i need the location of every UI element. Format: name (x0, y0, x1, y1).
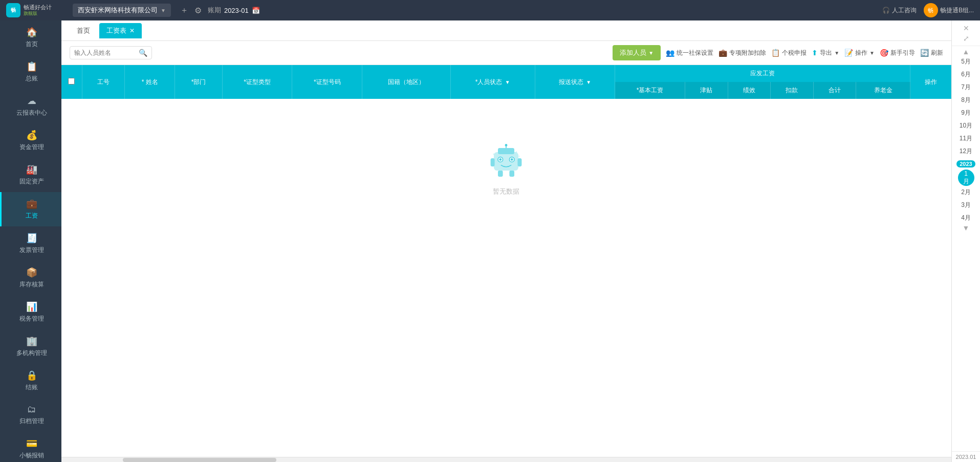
close-period-icon: 🔒 (26, 370, 37, 381)
sidebar-item-invoice[interactable]: 🧾 发票管理 (0, 226, 61, 261)
user-area[interactable]: 畅 畅捷通B组... (924, 3, 974, 17)
period-display: 2023.01 (952, 451, 980, 462)
sidebar-item-fund[interactable]: 💰 资金管理 (0, 123, 61, 158)
sidebar-item-xiaochang[interactable]: 💳 小畅报销 (0, 432, 61, 462)
horizontal-scrollbar[interactable] (61, 457, 951, 462)
svg-point-14 (493, 153, 495, 155)
home-icon: 🏠 (26, 27, 37, 38)
month-scroll-down[interactable]: ▼ (963, 224, 970, 232)
status-filter-icon[interactable]: ▼ (505, 79, 510, 85)
tab-home[interactable]: 首页 (70, 23, 97, 38)
svg-rect-8 (491, 158, 495, 166)
period-value: 2023-01 (224, 7, 249, 14)
special-deduct-label: 专项附加扣除 (729, 49, 766, 57)
sidebar-label-cloud-report: 云报表中心 (16, 109, 47, 117)
guide-button[interactable]: 🎯 新手引导 (880, 49, 915, 57)
th-deduct: 扣款 (771, 82, 814, 99)
toolbar-right: 添加人员 ▼ 👥 统一社保设置 💼 专项附加扣除 📋 个税申报 ⬆ (613, 45, 943, 60)
month-scroll-up[interactable]: ▲ (963, 48, 970, 55)
month-5[interactable]: 5月 (952, 55, 980, 68)
month-7[interactable]: 7月 (952, 81, 980, 94)
report-filter-icon[interactable]: ▼ (586, 79, 591, 85)
month-11[interactable]: 11月 (952, 132, 980, 145)
sidebar-item-salary[interactable]: 💼 工资 (0, 192, 61, 226)
sidebar-item-tax[interactable]: 📊 税务管理 (0, 295, 61, 329)
headset-icon: 🎧 (882, 7, 890, 14)
month-12[interactable]: 12月 (952, 145, 980, 158)
sidebar-item-ledger[interactable]: 📋 总账 (0, 55, 61, 89)
company-name: 西安虾米网络科技有限公司 (78, 6, 158, 15)
tab-salary[interactable]: 工资表 ✕ (99, 23, 142, 38)
svg-rect-0 (494, 152, 518, 171)
th-number: 工号 (82, 65, 125, 99)
operations-button[interactable]: 📝 操作 ▼ (844, 49, 875, 57)
month-10[interactable]: 10月 (952, 119, 980, 132)
th-name: * 姓名 (125, 65, 175, 99)
personal-tax-button[interactable]: 📋 个税申报 (771, 49, 807, 57)
month-8[interactable]: 8月 (952, 94, 980, 107)
sidebar-label-salary: 工资 (26, 212, 38, 220)
calendar-icon[interactable]: 📅 (252, 7, 260, 14)
th-allowance: 津贴 (685, 82, 728, 99)
main-layout: 🏠 首页 📋 总账 ☁ 云报表中心 💰 资金管理 🏭 固定资产 💼 工资 🧾 发… (0, 20, 980, 462)
sidebar-label-multi-org: 多机构管理 (16, 349, 47, 358)
empty-illustration (486, 140, 527, 181)
app-name: 畅通好会计 旗舰版 (24, 4, 52, 16)
settings-button[interactable]: ⚙ (193, 5, 203, 16)
tab-salary-close[interactable]: ✕ (129, 27, 135, 34)
scrollbar-thumb[interactable] (123, 458, 276, 462)
sidebar-item-inventory[interactable]: 📦 库存核算 (0, 261, 61, 295)
export-icon: ⬆ (812, 49, 818, 57)
social-security-button[interactable]: 👥 统一社保设置 (666, 49, 713, 57)
refresh-icon: 🔄 (920, 49, 929, 57)
header-icons: ＋ ⚙ (179, 4, 203, 17)
search-box: 🔍 (70, 46, 152, 59)
guide-label: 新手引导 (890, 49, 915, 57)
panel-close-button[interactable]: ✕ (963, 24, 969, 34)
month-6[interactable]: 6月 (952, 68, 980, 81)
toolbar: 🔍 添加人员 ▼ 👥 统一社保设置 💼 专项附加扣除 📋 个税申报 (61, 41, 951, 65)
month-3[interactable]: 3月 (952, 199, 980, 212)
export-button[interactable]: ⬆ 导出 ▼ (812, 49, 839, 57)
month-9[interactable]: 9月 (952, 107, 980, 119)
svg-point-6 (499, 158, 502, 161)
refresh-button[interactable]: 🔄 刷新 (920, 49, 943, 57)
operations-icon: 📝 (844, 49, 853, 57)
add-person-button[interactable]: 添加人员 ▼ (613, 45, 661, 60)
empty-text: 暂无数据 (493, 187, 519, 196)
sidebar-item-cloud-report[interactable]: ☁ 云报表中心 (0, 89, 61, 123)
select-all-checkbox[interactable] (68, 78, 75, 85)
invoice-icon: 🧾 (26, 233, 37, 244)
month-4[interactable]: 4月 (952, 212, 980, 224)
cloud-icon: ☁ (27, 95, 36, 107)
current-year-badge: 2023 (956, 160, 975, 167)
ai-consult-button[interactable]: 🎧 人工咨询 (882, 6, 917, 15)
search-icon: 🔍 (139, 49, 147, 57)
table-wrapper: 工号 * 姓名 *部门 *证型类型 *证型号码 国籍（地区） *人员状态 ▼ 报… (61, 65, 951, 457)
tax-icon: 📊 (26, 301, 37, 312)
special-deduct-icon: 💼 (718, 49, 727, 57)
svg-rect-11 (510, 171, 515, 177)
panel-expand-button[interactable]: ⤢ (963, 34, 969, 44)
sidebar-item-multi-org[interactable]: 🏢 多机构管理 (0, 329, 61, 364)
month-2[interactable]: 2月 (952, 186, 980, 199)
th-status: *人员状态 ▼ (450, 65, 535, 99)
month-1-active[interactable]: 1月 (958, 170, 974, 186)
sidebar-item-home[interactable]: 🏠 首页 (0, 20, 61, 55)
svg-point-13 (519, 156, 520, 157)
search-input[interactable] (74, 49, 136, 56)
sidebar-item-close[interactable]: 🔒 结账 (0, 364, 61, 398)
operations-label: 操作 (855, 49, 867, 57)
sidebar-item-fixed-assets[interactable]: 🏭 固定资产 (0, 158, 61, 192)
company-selector[interactable]: 西安虾米网络科技有限公司 ▼ (73, 4, 171, 17)
sidebar-label-xiaochang: 小畅报销 (19, 451, 44, 460)
add-company-button[interactable]: ＋ (179, 4, 189, 17)
sidebar-item-archive[interactable]: 🗂 归档管理 (0, 398, 61, 432)
special-deduct-button[interactable]: 💼 专项附加扣除 (718, 49, 766, 57)
sidebar-label-fixed-assets: 固定资产 (19, 177, 44, 186)
tab-salary-label: 工资表 (106, 26, 126, 35)
tab-bar: 首页 工资表 ✕ (61, 20, 951, 41)
top-header: 畅 畅通好会计 旗舰版 西安虾米网络科技有限公司 ▼ ＋ ⚙ 账期 2023-0… (0, 0, 980, 20)
sidebar-label-inventory: 库存核算 (19, 280, 44, 289)
export-dropdown-icon: ▼ (834, 50, 839, 56)
